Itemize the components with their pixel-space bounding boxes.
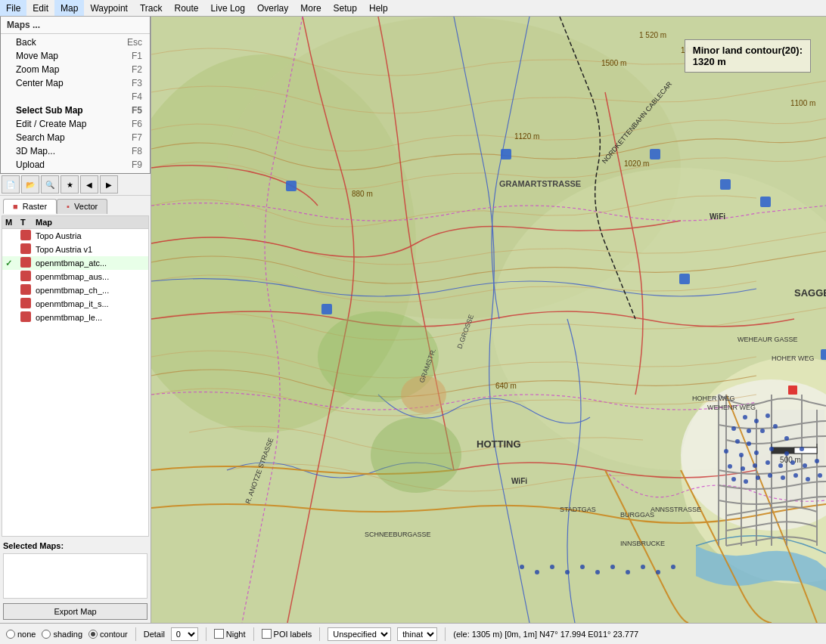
main-area: Maps ... Back Esc Move Map F1 Zoom Map F…	[0, 17, 826, 623]
map-row-openmtbmap-it[interactable]: openmtbmap_it_s...	[2, 297, 148, 311]
svg-point-80	[520, 565, 524, 569]
svg-point-51	[731, 426, 736, 431]
svg-rect-7	[286, 181, 297, 191]
svg-text:WEHENR WEG: WEHENR WEG	[707, 404, 756, 411]
menu-edit-create-map[interactable]: Edit / Create Map F6	[1, 117, 150, 131]
menu-zoom-map[interactable]: Zoom Map F2	[1, 63, 150, 76]
detail-select[interactable]: 0 1 2 -1 -2	[171, 627, 198, 641]
map-menu-title: Maps ...	[1, 18, 150, 32]
svg-point-85	[595, 570, 600, 574]
svg-point-74	[756, 475, 760, 480]
menu-upload[interactable]: Upload F9	[1, 158, 150, 172]
svg-text:1 520 m: 1 520 m	[639, 31, 666, 39]
tb-next[interactable]: ▶	[100, 175, 118, 194]
menu-setup[interactable]: Setup	[328, 0, 363, 16]
svg-point-79	[818, 473, 822, 478]
svg-point-58	[724, 449, 728, 454]
menu-map[interactable]: Map	[54, 0, 84, 16]
svg-point-83	[565, 570, 570, 574]
svg-point-89	[656, 570, 660, 574]
svg-point-16	[371, 417, 461, 493]
export-map-button[interactable]: Export Map	[3, 603, 148, 620]
svg-text:GRAMARTSTRASSE: GRAMARTSTRASSE	[499, 179, 581, 188]
menu-track[interactable]: Track	[134, 0, 169, 16]
tb-prev[interactable]: ◀	[80, 175, 98, 194]
menu-back[interactable]: Back Esc	[1, 36, 150, 49]
svg-point-71	[815, 459, 819, 463]
svg-text:HOTTING: HOTTING	[477, 438, 521, 450]
menu-move-map[interactable]: Move Map F1	[1, 49, 150, 63]
menu-3d-map[interactable]: 3D Map... F8	[1, 144, 150, 158]
sep5	[445, 627, 446, 641]
svg-point-48	[743, 415, 747, 420]
selected-maps-box	[3, 553, 148, 599]
svg-point-86	[610, 565, 615, 569]
radio-shading-dot	[42, 630, 51, 639]
poi-label: POI labels	[274, 630, 312, 639]
map-row-openmtbmap-aus[interactable]: openmtbmap_aus...	[2, 270, 148, 283]
menubar: File Edit Map Waypoint Track Route Live …	[0, 0, 826, 17]
svg-point-81	[535, 570, 539, 574]
svg-point-66	[753, 463, 757, 468]
svg-text:WiFi: WiFi	[511, 477, 527, 485]
shading-label: shading	[53, 630, 82, 639]
map-row-openmtbmap-atc[interactable]: ✓ openmtbmap_atc...	[2, 256, 148, 270]
menu-select-sub-map[interactable]: Select Sub Map F5	[1, 104, 150, 117]
poi-check[interactable]: POI labels	[262, 629, 312, 639]
detail-label: Detail	[144, 630, 165, 639]
map-list: M T Map Topo Austria Topo Austria v1 ✓ o…	[2, 215, 149, 537]
svg-rect-14	[821, 349, 826, 360]
svg-point-55	[735, 439, 740, 444]
svg-point-75	[768, 473, 772, 478]
map-tabs: ■ Raster ▪ Vector	[0, 196, 151, 214]
menu-file[interactable]: File	[0, 0, 26, 16]
menu-waypoint[interactable]: Waypoint	[84, 0, 134, 16]
menu-more[interactable]: More	[294, 0, 327, 16]
radio-contour[interactable]: contour	[88, 630, 128, 639]
svg-text:1120 m: 1120 m	[514, 132, 539, 141]
tb-open[interactable]: 📂	[21, 175, 39, 194]
svg-point-52	[747, 429, 751, 433]
menu-help[interactable]: Help	[363, 0, 394, 16]
night-check[interactable]: Night	[214, 629, 246, 639]
map-svg: GRAMARTSTRASSE HOTTING SAGGEN 1 520 m 15…	[151, 17, 826, 623]
tb-star[interactable]: ★	[61, 175, 79, 194]
menu-livelog[interactable]: Live Log	[205, 0, 251, 16]
svg-text:HOHER WEG: HOHER WEG	[692, 395, 735, 402]
unspecified-select[interactable]: Unspecified	[328, 627, 391, 641]
svg-point-77	[793, 473, 798, 478]
map-row-topo-austria-v1[interactable]: Topo Austria v1	[2, 243, 148, 256]
map-row-openmtbmap-le[interactable]: openmtbmap_le...	[2, 311, 148, 324]
tab-vector[interactable]: ▪ Vector	[57, 199, 107, 214]
sep2	[206, 627, 206, 641]
thinat-select[interactable]: thinat	[397, 627, 437, 641]
night-checkbox[interactable]	[214, 629, 224, 639]
tb-search[interactable]: 🔍	[41, 175, 59, 194]
radio-none[interactable]: none	[6, 630, 36, 639]
tb-new[interactable]: 📄	[2, 175, 20, 194]
menu-route[interactable]: Route	[169, 0, 205, 16]
menu-f4[interactable]: F4	[1, 90, 150, 104]
svg-rect-10	[720, 179, 731, 190]
svg-point-82	[550, 565, 554, 569]
svg-text:640 m: 640 m	[495, 382, 517, 390]
svg-text:1100 m: 1100 m	[790, 99, 815, 107]
poi-checkbox[interactable]	[262, 629, 272, 639]
svg-text:ANNSSTRASSE: ANNSSTRASSE	[651, 506, 701, 513]
tab-raster[interactable]: ■ Raster	[3, 199, 57, 214]
menu-edit[interactable]: Edit	[26, 0, 54, 16]
map-area[interactable]: GRAMARTSTRASSE HOTTING SAGGEN 1 520 m 15…	[151, 17, 826, 623]
sep4	[319, 627, 320, 641]
map-row-topo-austria[interactable]: Topo Austria	[2, 229, 148, 243]
svg-text:WEHEAUR GASSE: WEHEAUR GASSE	[738, 336, 798, 343]
menu-search-map[interactable]: Search Map F7	[1, 131, 150, 144]
menu-center-map[interactable]: Center Map F3	[1, 76, 150, 90]
svg-text:1500 m: 1500 m	[601, 59, 626, 67]
svg-point-54	[773, 424, 778, 429]
map-row-openmtbmap-ch[interactable]: openmtbmap_ch_...	[2, 283, 148, 297]
svg-text:SCHNEEBURGASSE: SCHNEEBURGASSE	[365, 531, 431, 538]
svg-point-69	[790, 460, 795, 465]
radio-shading[interactable]: shading	[42, 630, 82, 639]
menu-overlay[interactable]: Overlay	[251, 0, 294, 16]
svg-point-50	[765, 413, 770, 418]
